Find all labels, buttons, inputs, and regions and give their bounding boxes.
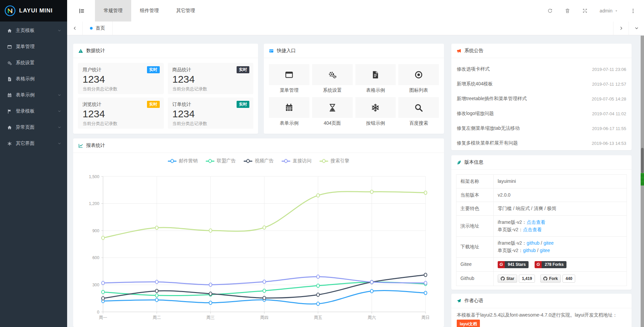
- announcement-date: 2019-07-05 14:28: [592, 96, 626, 101]
- sidebar-item[interactable]: 表单示例: [0, 87, 67, 103]
- shortcut-label: 404页面: [312, 120, 353, 126]
- tabs-scroll-right-button[interactable]: [613, 22, 629, 35]
- tabs-scroll-left-button[interactable]: [67, 22, 83, 35]
- legend-item[interactable]: 搜索引擎: [319, 158, 349, 164]
- realtime-badge: 实时: [237, 66, 249, 73]
- legend-item[interactable]: 联盟广告: [206, 158, 236, 164]
- sidebar-item[interactable]: 异常页面: [0, 119, 67, 135]
- shortcut-item[interactable]: 表格示例: [355, 64, 396, 96]
- shortcut-item[interactable]: 按钮示例: [355, 97, 396, 129]
- download-link[interactable]: gitee: [543, 240, 553, 246]
- shortcut-item[interactable]: 百度搜索: [398, 97, 439, 129]
- file-text-icon: [7, 77, 12, 82]
- announcement-date: 2019-07-11 12:57: [592, 82, 626, 87]
- chevron-down-icon: [635, 26, 639, 30]
- search-icon: [414, 103, 423, 112]
- tab-home[interactable]: 首页: [83, 22, 113, 35]
- table-row: 当前版本 v2.0.0: [456, 188, 627, 202]
- github-fork-count[interactable]: 440: [562, 275, 575, 283]
- github-star-count[interactable]: 1,419: [519, 275, 535, 283]
- scrollbar-track[interactable]: [641, 36, 644, 327]
- panel-header: 系统公告: [451, 44, 632, 58]
- stat-value: 1234: [172, 74, 249, 85]
- shortcut-item[interactable]: 系统设置: [312, 64, 353, 96]
- refresh-icon[interactable]: [547, 8, 553, 13]
- sidebar-item[interactable]: 其它界面: [0, 135, 67, 152]
- svg-text:周一: 周一: [99, 315, 107, 320]
- announcement-text: 修复多模块菜单栏展开有问题: [457, 140, 518, 146]
- warning-icon: [78, 48, 83, 53]
- github-fork-button[interactable]: Fork: [540, 275, 561, 283]
- announcement-item[interactable]: 修复多模块菜单栏展开有问题 2019-06-13 14:53: [451, 136, 632, 150]
- legend-item[interactable]: 邮件营销: [168, 158, 198, 164]
- stat-value: 1234: [83, 74, 159, 85]
- more-menu-icon[interactable]: [630, 8, 636, 14]
- download-link[interactable]: gitee: [540, 248, 550, 253]
- module-tab[interactable]: 组件管理: [131, 0, 167, 22]
- github-star-button[interactable]: Star: [498, 275, 517, 283]
- tab-bar: 首页: [67, 22, 644, 35]
- module-tab[interactable]: 其它管理: [167, 0, 204, 22]
- shortcut-item[interactable]: 表单示例: [269, 97, 309, 129]
- dot-circle-icon: [414, 70, 423, 79]
- download-link[interactable]: github: [527, 240, 539, 246]
- svg-text:周四: 周四: [260, 315, 268, 320]
- table-row: 框架名称 layuimini: [456, 175, 627, 189]
- calendar-icon: [285, 103, 294, 112]
- download-link[interactable]: github: [523, 248, 536, 253]
- demo-link[interactable]: 点击查看: [527, 219, 545, 225]
- shortcut-label: 系统设置: [312, 87, 353, 93]
- sidebar-item[interactable]: 主页模板: [0, 23, 67, 39]
- legend-item[interactable]: 视频广告: [244, 158, 274, 164]
- legend-item[interactable]: 直接访问: [282, 158, 311, 164]
- announcement-date: 2019-06-13 14:53: [592, 141, 626, 146]
- fullscreen-icon[interactable]: [582, 8, 588, 13]
- announcement-item[interactable]: 修改logo缩放问题 2019-07-04 11:02: [451, 106, 632, 121]
- announcement-date: 2019-07-04 11:02: [592, 111, 626, 116]
- announcement-item[interactable]: 新增系统404模板 2019-07-11 12:57: [451, 77, 632, 91]
- gears-icon: [328, 70, 337, 79]
- table-row: Github Star1,419 Fork440: [456, 271, 627, 286]
- sidebar-item[interactable]: 菜单管理: [0, 39, 67, 55]
- author-notes-body: 本模板基于layui2.5.4以及font-awesome-4.7.0进行实现。…: [451, 308, 632, 327]
- panel-title: 版本信息: [464, 159, 483, 165]
- sidebar-item-label: 其它界面: [16, 140, 35, 147]
- panel-title: 系统公告: [464, 48, 483, 54]
- row-value: iframe版-v2：点击查看 单页版-v2：点击查看: [494, 216, 627, 237]
- gitee-stars-badge[interactable]: G941 Stars: [498, 261, 529, 268]
- sidebar-item[interactable]: 登录模板: [0, 103, 67, 119]
- separator: /: [537, 248, 539, 253]
- announcement-item[interactable]: 修复左侧菜单缩放tab无法移动 2019-06-17 11:55: [451, 121, 632, 136]
- legend-marker: [282, 159, 290, 163]
- scroll-progress-indicator: [641, 173, 644, 186]
- announcement-item[interactable]: 修改选项卡样式 2019-07-11 23:06: [451, 62, 632, 77]
- user-menu[interactable]: admin: [600, 8, 618, 13]
- stat-caption: 当前分类总记录数: [172, 121, 249, 127]
- gitee-forks-badge[interactable]: G278 Forks: [535, 261, 566, 268]
- row-value: iframe版-v2：github/gitee 单页版-v2：github/gi…: [494, 237, 627, 257]
- chart-legend: 邮件营销 联盟广告 视频广告 直接访问 搜索引擎: [73, 158, 444, 164]
- scrollbar-thumb[interactable]: [641, 148, 644, 173]
- module-tab[interactable]: 常规管理: [95, 0, 131, 22]
- chevron-down-icon: [58, 93, 61, 97]
- layui-doc-badge[interactable]: layui文档: [457, 320, 480, 327]
- file-text-icon: [371, 70, 380, 79]
- shortcut-grid: 菜单管理 系统设置 表格示例 图标列表 表单示例 404页面 按: [264, 58, 444, 129]
- announcement-text: 修改logo缩放问题: [457, 111, 494, 117]
- sidebar-item-label: 异常页面: [16, 124, 35, 130]
- announcement-list: 修改选项卡样式 2019-07-11 23:06 新增系统404模板 2019-…: [451, 58, 632, 150]
- shortcut-item[interactable]: 图标列表: [398, 64, 439, 96]
- tabs-dropdown-button[interactable]: [629, 22, 644, 35]
- svg-text:1,500: 1,500: [89, 174, 99, 179]
- stat-card: 浏览统计 1234 当前分类总记录数 实时: [78, 97, 164, 129]
- shortcut-item[interactable]: 菜单管理: [269, 64, 309, 96]
- flag-icon: [7, 109, 12, 114]
- sidebar-item[interactable]: 表格示例: [0, 71, 67, 87]
- announcement-item[interactable]: 新增treetable插件和菜单管理样式 2019-07-05 14:28: [451, 91, 632, 106]
- collapse-sidebar-icon[interactable]: [79, 8, 85, 14]
- trash-icon[interactable]: [565, 8, 570, 13]
- demo-link[interactable]: 点击查看: [523, 227, 542, 232]
- sidebar-item[interactable]: 系统设置: [0, 55, 67, 71]
- panel-data-stats: 数据统计 用户统计 1234 当前分类总记录数 实时 商品统计 1234 当前分…: [73, 44, 258, 134]
- shortcut-item[interactable]: 404页面: [312, 97, 353, 129]
